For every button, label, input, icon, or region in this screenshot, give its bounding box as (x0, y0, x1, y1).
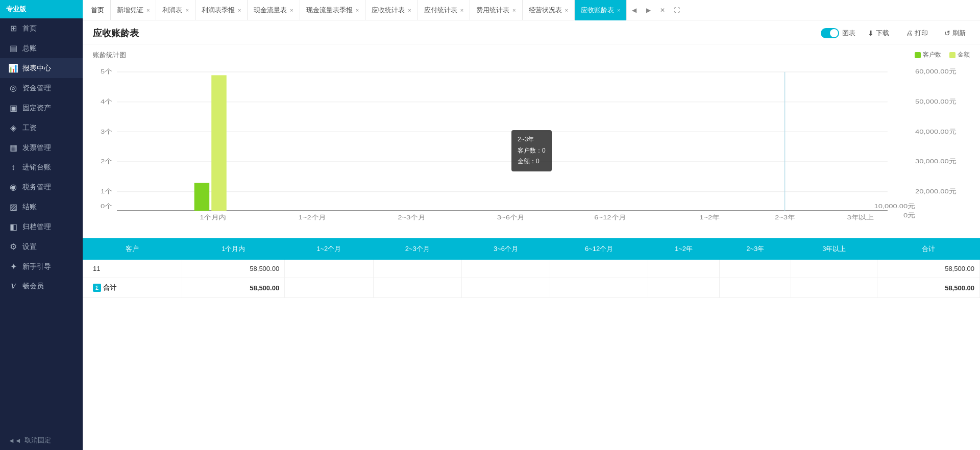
tab-close-icon[interactable]: × (185, 7, 188, 13)
sidebar-item-settings[interactable]: ⚙ 设置 (0, 237, 83, 257)
col-header-6-12m: 6~12个月 (550, 238, 648, 260)
salary-icon: ◈ (8, 123, 18, 133)
tab-label: 经营状况表 (529, 6, 562, 15)
tab-close-icon[interactable]: × (356, 7, 359, 13)
total-1-2m (285, 278, 373, 298)
cell-3y-plus (791, 260, 877, 278)
tab-label: 首页 (91, 6, 104, 15)
total-1m: 58,500.00 (182, 278, 285, 298)
col-header-3y-plus: 3年以上 (791, 238, 877, 260)
sidebar-item-label: 总账 (22, 44, 37, 53)
tab-voucher[interactable]: 新增凭证 × (111, 0, 156, 20)
legend-amount: 金额 (949, 51, 970, 59)
svg-text:4个: 4个 (101, 98, 112, 105)
sidebar-item-purchase[interactable]: ↕ 进销台账 (0, 158, 83, 177)
sidebar-item-label: 设置 (22, 242, 37, 252)
tab-close-icon[interactable]: × (146, 7, 150, 13)
sidebar-item-tax[interactable]: ◉ 税务管理 (0, 177, 83, 197)
funds-icon: ◎ (8, 83, 18, 93)
settings-icon: ⚙ (8, 242, 18, 252)
svg-text:3~6个月: 3~6个月 (497, 214, 525, 221)
tab-operation-stat[interactable]: 经营状况表 × (523, 0, 575, 20)
total-3-6m (461, 278, 550, 298)
tab-payable-stat[interactable]: 应付统计表 × (418, 0, 470, 20)
legend-label-amount: 金额 (958, 51, 970, 59)
sidebar-item-assets[interactable]: ▣ 固定资产 (0, 98, 83, 118)
svg-text:1~2年: 1~2年 (699, 214, 719, 221)
total-3y-plus (791, 278, 877, 298)
content-area: 应收账龄表 图表 ⬇ 下载 🖨 打印 ↺ 刷新 (83, 20, 980, 450)
cell-1-2m (285, 260, 373, 278)
tab-expense-stat[interactable]: 费用统计表 × (470, 0, 522, 20)
home-icon: ⊞ (8, 23, 18, 33)
sidebar-item-salary[interactable]: ◈ 工资 (0, 118, 83, 138)
tab-close-icon[interactable]: × (460, 7, 463, 13)
tab-bar: 首页 新增凭证 × 利润表 × 利润表季报 × 现金流量表 × 现金流量表季报 … (83, 0, 980, 20)
tab-close-icon[interactable]: × (565, 7, 568, 13)
cell-2-3m (373, 260, 461, 278)
sidebar-item-close[interactable]: ▨ 结账 (0, 197, 83, 217)
tab-next-button[interactable]: ▶ (641, 0, 655, 20)
refresh-button[interactable]: ↺ 刷新 (940, 27, 970, 40)
chart-title: 账龄统计图 (93, 51, 970, 60)
print-button[interactable]: 🖨 打印 (901, 27, 932, 40)
sidebar-item-funds[interactable]: ◎ 资金管理 (0, 78, 83, 98)
svg-text:1~2个月: 1~2个月 (299, 214, 326, 221)
legend-label-count: 客户数 (923, 51, 941, 59)
tab-home[interactable]: 首页 (85, 0, 111, 20)
tab-label: 应付统计表 (424, 6, 457, 15)
col-header-2-3m: 2~3个月 (373, 238, 461, 260)
tab-fullscreen-button[interactable]: ⛶ (670, 0, 684, 20)
bar-amount-1m[interactable] (211, 75, 227, 211)
tab-close-all-button[interactable]: ✕ (655, 0, 670, 20)
sidebar-toggle-pin[interactable]: ◄◄ 取消固定 (0, 431, 83, 450)
table-header-row: 客户 1个月内 1~2个月 2~3个月 3~6个月 6~12个月 1~2年 2~… (83, 238, 980, 260)
tab-close-icon[interactable]: × (238, 7, 241, 13)
tab-close-icon[interactable]: × (512, 7, 516, 13)
sidebar-item-label: 进销台账 (22, 163, 51, 172)
sidebar-item-label: 畅会员 (22, 282, 44, 291)
cell-1-2y (648, 260, 719, 278)
download-button[interactable]: ⬇ 下载 (864, 27, 893, 40)
sidebar-item-ledger[interactable]: ▤ 总账 (0, 38, 83, 58)
sidebar-item-home[interactable]: ⊞ 首页 (0, 18, 83, 38)
download-label: 下载 (876, 29, 889, 38)
sidebar-item-member[interactable]: V 畅会员 (0, 277, 83, 296)
reports-icon: 📊 (8, 63, 18, 73)
tab-profit[interactable]: 利润表 × (156, 0, 195, 20)
col-header-3-6m: 3~6个月 (461, 238, 550, 260)
tab-label: 利润表季报 (202, 6, 235, 15)
page-header: 应收账龄表 图表 ⬇ 下载 🖨 打印 ↺ 刷新 (83, 20, 980, 44)
cell-3-6m (461, 260, 550, 278)
col-header-2-3y: 2~3年 (720, 238, 791, 260)
toggle-thumb (830, 29, 838, 37)
svg-text:2~3个月: 2~3个月 (398, 214, 425, 221)
chart-svg-container: 5个 4个 3个 2个 1个 0个 60,000.00元 50,000.00元 … (93, 64, 970, 227)
tab-receivable-stat[interactable]: 应收统计表 × (365, 0, 418, 20)
page-title: 应收账龄表 (93, 27, 821, 39)
tab-close-icon[interactable]: × (617, 7, 620, 13)
tab-close-icon[interactable]: × (408, 7, 411, 13)
tab-cashflow-quarter[interactable]: 现金流量表季报 × (300, 0, 365, 20)
assets-icon: ▣ (8, 103, 18, 113)
sidebar-item-reports[interactable]: 📊 报表中心 (0, 58, 83, 78)
print-label: 打印 (915, 29, 928, 38)
tab-profit-quarter[interactable]: 利润表季报 × (195, 0, 248, 20)
chart-svg: 5个 4个 3个 2个 1个 0个 60,000.00元 50,000.00元 … (93, 64, 970, 227)
tab-receivable-aging[interactable]: 应收账龄表 × (575, 0, 627, 20)
sidebar-footer-label: 取消固定 (24, 436, 51, 445)
tab-cashflow[interactable]: 现金流量表 × (248, 0, 300, 20)
tab-close-icon[interactable]: × (290, 7, 293, 13)
total-label-cell: Σ 合计 (83, 278, 182, 298)
tab-prev-button[interactable]: ◀ (627, 0, 641, 20)
legend-customer-count: 客户数 (915, 51, 941, 59)
toggle-track[interactable] (821, 28, 839, 38)
svg-text:5个: 5个 (101, 68, 112, 75)
sidebar-item-guide[interactable]: ✦ 新手引导 (0, 257, 83, 277)
sidebar-item-archive[interactable]: ◧ 归档管理 (0, 217, 83, 237)
cell-6-12m (550, 260, 648, 278)
sidebar-item-invoice[interactable]: ▦ 发票管理 (0, 138, 83, 158)
chart-toggle[interactable]: 图表 (821, 28, 855, 38)
bar-count-1m[interactable] (194, 183, 210, 211)
sidebar-item-label: 结账 (22, 203, 37, 212)
